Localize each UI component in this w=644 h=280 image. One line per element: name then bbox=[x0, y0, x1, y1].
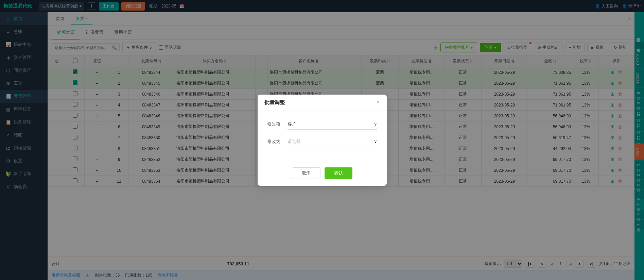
modal-overlay: 批量调整 × 修改项 客户 ∨ 修改为 请选择 ∨ 取消 确认 bbox=[0, 0, 644, 280]
modal-body: 修改项 客户 ∨ 修改为 请选择 ∨ bbox=[258, 111, 387, 162]
modal-field-row: 修改项 客户 ∨ bbox=[267, 119, 377, 130]
modal-field-label: 修改项 bbox=[267, 121, 288, 127]
batch-adjust-modal: 批量调整 × 修改项 客户 ∨ 修改为 请选择 ∨ 取消 确认 bbox=[258, 95, 387, 186]
modal-value-select[interactable]: 请选择 ∨ bbox=[288, 136, 377, 147]
modal-field-chevron: ∨ bbox=[374, 121, 377, 127]
modal-cancel-btn[interactable]: 取消 bbox=[292, 167, 320, 179]
modal-field-select[interactable]: 客户 ∨ bbox=[288, 119, 377, 130]
modal-value-row: 修改为 请选择 ∨ bbox=[267, 136, 377, 147]
modal-title: 批量调整 bbox=[264, 99, 285, 106]
modal-header: 批量调整 × bbox=[258, 95, 387, 111]
modal-value-placeholder: 请选择 bbox=[288, 138, 301, 145]
modal-confirm-btn[interactable]: 确认 bbox=[325, 167, 352, 179]
modal-footer: 取消 确认 bbox=[258, 162, 387, 186]
modal-close-btn[interactable]: × bbox=[377, 99, 380, 105]
modal-value-chevron: ∨ bbox=[374, 139, 377, 144]
modal-field-value: 客户 bbox=[288, 121, 296, 127]
modal-value-label: 修改为 bbox=[267, 138, 288, 145]
